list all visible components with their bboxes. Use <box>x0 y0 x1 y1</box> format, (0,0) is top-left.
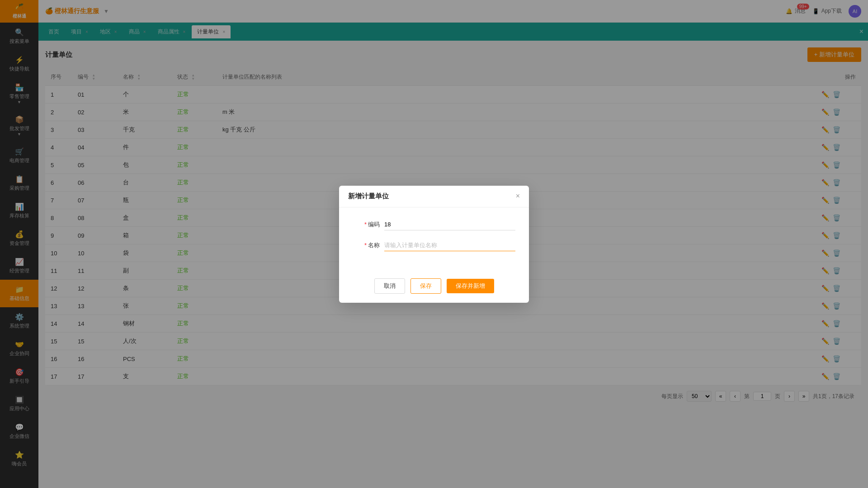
modal-header: 新增计量单位 × <box>339 186 529 207</box>
modal-body: 编码 名称 <box>339 207 529 272</box>
name-input[interactable] <box>384 239 515 251</box>
modal-overlay[interactable]: 新增计量单位 × 编码 名称 取消 保存 保存并新增 <box>0 0 868 488</box>
modal-footer: 取消 保存 保存并新增 <box>339 272 529 303</box>
name-label: 名称 <box>353 241 380 249</box>
modal-title: 新增计量单位 <box>348 192 389 201</box>
form-row-name: 名称 <box>353 239 515 251</box>
code-label: 编码 <box>353 221 380 229</box>
cancel-button[interactable]: 取消 <box>374 278 405 294</box>
modal-close-button[interactable]: × <box>516 192 520 200</box>
add-unit-modal: 新增计量单位 × 编码 名称 取消 保存 保存并新增 <box>339 186 529 303</box>
save-button[interactable]: 保存 <box>410 278 441 294</box>
save-and-new-button[interactable]: 保存并新增 <box>447 279 494 293</box>
form-row-code: 编码 <box>353 219 515 230</box>
code-input[interactable] <box>384 219 515 230</box>
